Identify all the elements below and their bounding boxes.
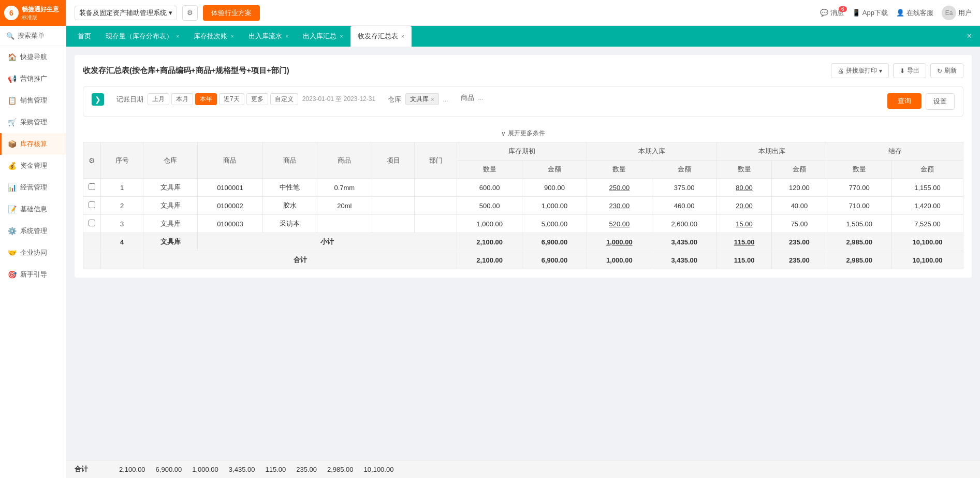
subtotal-open-amt: 6,900.00 [522,233,587,251]
subtotal-in-qty[interactable]: 1,000.00 [587,233,652,251]
sidebar-item-purchase[interactable]: 🛒 采购管理 [0,111,66,133]
refresh-button[interactable]: ↻ 刷新 [930,63,963,78]
row-department [415,215,457,233]
tab-inout-summary[interactable]: 出入库汇总 × [296,26,350,47]
date-shortcuts: 上月 本月 本年 近7天 更多 自定义 [148,93,298,105]
sidebar-item-marketing[interactable]: 📢 营销推广 [0,68,66,90]
basic-info-icon: 📝 [8,205,16,213]
sidebar-item-enterprise[interactable]: 🤝 企业协同 [0,242,66,264]
tab-close-batch[interactable]: × [230,33,233,39]
sidebar-item-sales[interactable]: 📋 销售管理 [0,90,66,111]
tab-batch[interactable]: 库存批次账 × [186,26,241,47]
tab-inout-flow[interactable]: 出入库流水 × [241,26,296,47]
col-out-amt-header: 金额 [772,161,827,179]
row-open-amt: 5,000.00 [522,215,587,233]
row-product-spec: 0.7mm [317,179,372,197]
app-download-button[interactable]: 📱 App下载 [852,8,888,18]
system-title-select[interactable]: 装备及固定资产辅助管理系统 ▾ [75,6,177,20]
footer-bal-qty: 2,985.00 [327,466,354,473]
sidebar-item-inventory[interactable]: 📦 库存核算 [0,133,66,155]
warehouse-more[interactable]: ... [443,96,448,103]
sidebar-item-basic-info[interactable]: 📝 基础信息 [0,198,66,220]
app-logo-icon: 6 [4,6,19,20]
tab-close-inout-flow[interactable]: × [285,33,288,39]
app-name: 畅捷通好生意 标准版 [22,5,59,21]
row-checkbox[interactable] [83,215,101,233]
filter-toggle-button[interactable]: ❯ [92,93,104,106]
col-opening-amt-header: 金额 [522,161,587,179]
col-product-spec-header: 商品 [317,142,372,179]
row-checkbox[interactable] [83,197,101,215]
date-btn-custom[interactable]: 自定义 [270,93,298,105]
export-button[interactable]: ⬇ 导出 [893,63,926,78]
subtotal-warehouse: 文具库 [143,233,198,251]
date-filter-group: 记账日期 上月 本月 本年 近7天 更多 自定义 2023-01-01 至 20… [116,93,375,105]
online-service-button[interactable]: 👤 在线客服 [896,8,933,18]
sidebar-item-search[interactable]: 🔍 搜索菜单 [0,26,66,46]
query-button[interactable]: 查询 [887,93,922,109]
row-out-qty[interactable]: 20.00 [716,197,771,215]
footer-bal-amt: 10,100.00 [364,466,394,473]
total-open-amt: 6,900.00 [522,251,587,269]
messages-badge: 6 [839,6,847,12]
refresh-icon: ↻ [937,67,942,75]
col-settings-header[interactable]: ⚙ [83,142,101,179]
row-checkbox[interactable] [83,179,101,197]
row-department [415,179,457,197]
sidebar-item-finance[interactable]: 💰 资金管理 [0,155,66,177]
row-out-qty[interactable]: 15.00 [716,215,771,233]
tab-stock-dist[interactable]: 现存量（库存分布表） × [98,26,186,47]
row-in-qty[interactable]: 250.00 [587,179,652,197]
settings-button[interactable]: ⚙ [182,5,198,21]
data-table: ⚙ 序号 仓库 商品 商品 商品 项目 部门 库存期初 本期入库 本期出库 结存… [83,142,963,269]
date-btn-this-month[interactable]: 本月 [171,93,193,105]
subtotal-bal-qty: 2,985.00 [827,233,891,251]
tab-close-stock-dist[interactable]: × [176,33,179,39]
expand-conditions-button[interactable]: ∨ 展开更多条件 [83,125,963,142]
tab-home[interactable]: 首页 [70,26,98,47]
column-settings-button[interactable]: 设置 [926,93,955,110]
date-btn-this-year[interactable]: 本年 [195,93,217,105]
sidebar-item-quick-nav[interactable]: 🏠 快捷导航 [0,46,66,68]
row-open-amt: 1,000.00 [522,197,587,215]
footer-out-amt: 235.00 [296,466,317,473]
row-bal-amt: 1,420.00 [891,197,963,215]
col-opening-header: 库存期初 [457,142,587,161]
sidebar-item-system[interactable]: ⚙️ 系统管理 [0,220,66,242]
row-no: 2 [101,197,143,215]
row-out-qty[interactable]: 80.00 [716,179,771,197]
row-in-qty[interactable]: 520.00 [587,215,652,233]
row-in-qty[interactable]: 230.00 [587,197,652,215]
messages-button[interactable]: 💬 消息 6 [820,8,844,18]
gear-icon: ⚙ [89,156,95,165]
row-product-code: 0100002 [198,197,262,215]
page-title: 收发存汇总表(按仓库+商品编码+商品+规格型号+项目+部门) [83,66,289,76]
col-out-qty-header: 数量 [716,161,771,179]
total-bal-amt: 10,100.00 [891,251,963,269]
date-btn-last-month[interactable]: 上月 [148,93,169,105]
tab-close-receive-summary[interactable]: × [401,33,404,39]
page-title-actions: 🖨 拼接版打印 ▾ ⬇ 导出 ↻ 刷新 [831,63,963,78]
warehouse-tag-close[interactable]: × [431,96,434,103]
filter-area: ❯ 记账日期 上月 本月 本年 近7天 更多 自定义 2023-01-01 至 … [83,86,963,117]
subtotal-out-qty[interactable]: 115.00 [716,233,771,251]
sidebar-item-beginner[interactable]: 🎯 新手引导 [0,264,66,285]
sidebar-item-business[interactable]: 📊 经营管理 [0,177,66,198]
trial-button[interactable]: 体验行业方案 [203,5,260,21]
print-button[interactable]: 🖨 拼接版打印 ▾ [831,63,889,78]
export-icon: ⬇ [900,67,905,75]
date-btn-more[interactable]: 更多 [246,93,268,105]
tab-receive-summary[interactable]: 收发存汇总表 × [350,26,412,47]
col-in-qty-header: 数量 [587,161,652,179]
product-more[interactable]: ... [478,94,484,102]
col-opening-qty-header: 数量 [457,161,522,179]
date-btn-7days[interactable]: 近7天 [219,93,244,105]
user-menu[interactable]: Ea 用户 [942,6,972,20]
sidebar-logo: 6 畅捷通好生意 标准版 [0,0,66,26]
beginner-icon: 🎯 [8,270,16,279]
tab-bar-close-button[interactable]: × [963,30,976,43]
chevron-down-icon: ▾ [169,9,172,17]
tab-close-inout-summary[interactable]: × [340,33,343,39]
row-product-name: 胶水 [262,197,317,215]
row-bal-qty: 1,505.00 [827,215,891,233]
